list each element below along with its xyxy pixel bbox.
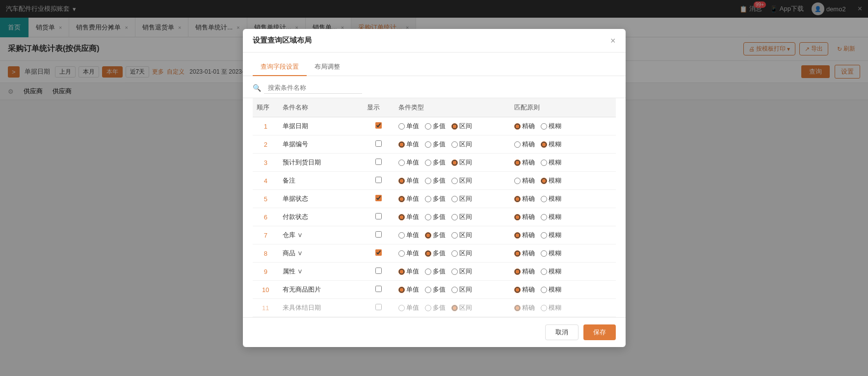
- modal-search-area: 🔍: [243, 76, 626, 98]
- th-show: 显示: [363, 98, 395, 100]
- th-match: 匹配原则: [510, 98, 616, 100]
- modal-overlay: 设置查询区域布局 × 查询字段设置 布局调整 🔍 顺序: [0, 0, 868, 100]
- tab-layout-adjust[interactable]: 布局调整: [307, 58, 348, 76]
- tab-query-fields[interactable]: 查询字段设置: [253, 58, 307, 76]
- modal-close-button[interactable]: ×: [610, 36, 616, 45]
- conditions-table: 顺序 条件名称 显示 条件类型 匹配原则: [253, 98, 616, 100]
- th-name: 条件名称: [279, 98, 363, 100]
- th-type: 条件类型: [395, 98, 510, 100]
- modal-dialog: 设置查询区域布局 × 查询字段设置 布局调整 🔍 顺序: [243, 29, 626, 100]
- search-input[interactable]: [264, 82, 362, 94]
- modal-body: 顺序 条件名称 显示 条件类型 匹配原则: [243, 98, 626, 100]
- search-icon: 🔍: [253, 84, 261, 92]
- th-order: 顺序: [253, 98, 279, 100]
- modal-tabs: 查询字段设置 布局调整: [243, 53, 626, 76]
- modal-header: 设置查询区域布局 ×: [243, 29, 626, 53]
- modal-title: 设置查询区域布局: [253, 36, 312, 45]
